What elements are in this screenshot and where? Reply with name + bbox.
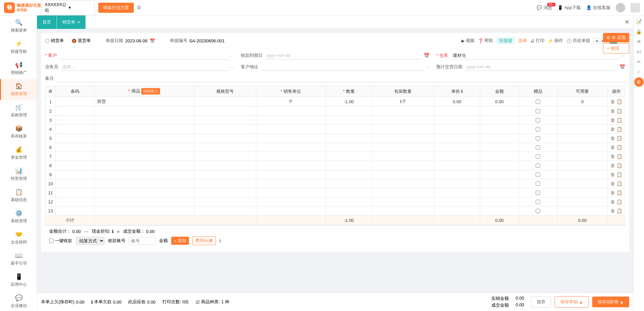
row-gift[interactable] (519, 188, 557, 197)
avatar[interactable] (616, 3, 625, 12)
row-unit-price[interactable] (434, 197, 480, 206)
th-settings[interactable]: ⚙ (45, 86, 56, 97)
rp-tag-icon[interactable]: 🏷 (634, 47, 644, 56)
sidebar-item-marketing[interactable]: 📢 营销推广 (0, 58, 37, 79)
sidebar-item-weixin[interactable]: 💬 企业微信 (0, 291, 37, 311)
company-selector[interactable]: XXXXXX公司 ▾ (41, 0, 95, 15)
sidebar-item-system[interactable]: ⚙️ 系统管理 (0, 206, 37, 227)
rp-pencil-icon[interactable]: ✏ (634, 57, 644, 67)
scan-barcode-button[interactable]: 扫码录入 (141, 88, 160, 94)
one-click-payment-checkbox[interactable] (49, 239, 53, 243)
payment-account-input[interactable] (129, 237, 156, 245)
row-gift[interactable] (519, 134, 557, 143)
gift-checkbox[interactable] (536, 109, 540, 113)
save-new-button[interactable]: 保存&新增 ▲ (592, 297, 629, 307)
customer-address-input[interactable] (260, 63, 424, 71)
row-unit-price[interactable] (434, 161, 480, 170)
row-gift[interactable] (519, 143, 557, 152)
row-product[interactable] (94, 188, 194, 197)
calendar3-icon[interactable]: 📅 (619, 64, 625, 70)
copy-row-button[interactable]: 📋 (616, 108, 622, 114)
row-unit-price[interactable] (434, 188, 480, 197)
row-product[interactable] (94, 161, 194, 170)
copy-row-button[interactable]: 📋 (616, 163, 622, 168)
delete-row-button[interactable]: 🗑 (610, 208, 615, 213)
delete-row-button[interactable]: 🗑 (610, 135, 615, 141)
row-qty[interactable] (326, 197, 372, 206)
warehouse-dots-icon[interactable]: ··· (621, 53, 625, 58)
copy-row-button[interactable]: 📋 (616, 117, 622, 123)
gift-checkbox[interactable] (536, 172, 540, 177)
expense-split-button[interactable]: 费用分摊 (192, 236, 216, 245)
rp-star-icon[interactable]: ☆ (634, 67, 644, 77)
row-gift[interactable] (519, 125, 557, 134)
row-gift[interactable] (519, 97, 557, 107)
copy-row-button[interactable]: 📋 (616, 199, 622, 204)
row-qty[interactable] (326, 179, 372, 188)
sidebar-item-purchase[interactable]: 🛒 采购管理 (0, 100, 37, 121)
row-product[interactable] (94, 107, 194, 116)
row-qty[interactable] (326, 107, 372, 116)
row-qty[interactable] (326, 206, 372, 216)
calendar-icon[interactable]: 📅 (150, 38, 155, 43)
row-product[interactable]: 拆货 (94, 97, 194, 107)
copy-row-button[interactable]: 📋 (616, 181, 622, 186)
row-unit-price[interactable]: 0.00 (434, 97, 480, 107)
delete-row-button[interactable]: 🗑 (610, 163, 615, 168)
gift-checkbox[interactable] (536, 154, 540, 159)
sidebar-item-sales[interactable]: 🏠 销售管理 (0, 79, 37, 100)
delete-row-button[interactable]: 🗑 (610, 181, 615, 186)
row-gift[interactable] (519, 206, 557, 216)
row-qty[interactable] (326, 143, 372, 152)
delete-row-button[interactable]: 🗑 (610, 145, 615, 150)
address-dots-icon[interactable]: ··· (426, 65, 429, 70)
row-qty[interactable] (326, 170, 372, 179)
row-unit-price[interactable] (434, 152, 480, 161)
row-qty[interactable] (326, 161, 372, 170)
shortcut-button[interactable]: 快捷键 (496, 37, 515, 44)
copy-row-button[interactable]: 📋 (616, 99, 622, 104)
gift-checkbox[interactable] (536, 209, 540, 213)
calendar2-icon[interactable]: 📅 (424, 53, 429, 58)
sidebar-item-basicinfo[interactable]: 📋 基础信息 (0, 185, 37, 206)
sidebar-item-inventory[interactable]: 📦 库存核算 (0, 121, 37, 143)
customer-input[interactable] (59, 51, 228, 60)
copy-row-button[interactable]: 📋 (616, 208, 622, 213)
remark-input[interactable] (56, 74, 625, 82)
row-unit-price[interactable] (434, 179, 480, 188)
row-unit-price[interactable] (434, 206, 480, 216)
row-unit-price[interactable] (434, 170, 480, 179)
app-download-button[interactable]: 📱 App下载 (558, 5, 581, 11)
row-qty[interactable] (326, 188, 372, 197)
radio-return-order[interactable]: 退货单 (72, 38, 91, 44)
discount-info-icon[interactable]: ℹ (112, 229, 114, 234)
delete-row-button[interactable]: 🗑 (610, 117, 615, 123)
delete-row-button[interactable]: 🗑 (610, 99, 615, 104)
warehouse-input[interactable] (450, 51, 619, 60)
gift-checkbox[interactable] (536, 145, 540, 150)
discard-button[interactable]: 放弃 (531, 296, 551, 308)
row-product[interactable] (94, 134, 194, 143)
sidebar-item-guide[interactable]: 📖 新手引导 (0, 248, 37, 270)
row-gift[interactable] (519, 116, 557, 125)
row-qty[interactable] (326, 134, 372, 143)
gift-checkbox[interactable] (536, 200, 540, 204)
copy-row-button[interactable]: 📋 (616, 145, 622, 150)
row-unit-price[interactable] (434, 134, 480, 143)
row-gift[interactable] (519, 161, 557, 170)
customer-dots-icon[interactable]: ··· (230, 53, 234, 58)
video-button[interactable]: ▶ 视频 (461, 38, 475, 44)
sidebar-item-appcenter[interactable]: 📱 应用中心 (0, 270, 37, 291)
close-tab-button[interactable]: × (77, 20, 80, 25)
radio-sale-input[interactable] (45, 39, 49, 43)
logistics-button[interactable]: + 物流 (603, 43, 629, 53)
gift-checkbox[interactable] (536, 100, 540, 104)
expected-delivery-input[interactable] (464, 63, 617, 71)
rp-lock-icon[interactable]: 🔒 (634, 27, 644, 36)
row-unit-price[interactable] (434, 107, 480, 116)
row-product[interactable] (94, 179, 194, 188)
gear-icon[interactable]: ⚙ (137, 4, 141, 11)
gift-checkbox[interactable] (536, 118, 540, 122)
delete-row-button[interactable]: 🗑 (610, 172, 615, 177)
nav-prev-button[interactable]: ◀ (594, 38, 600, 44)
